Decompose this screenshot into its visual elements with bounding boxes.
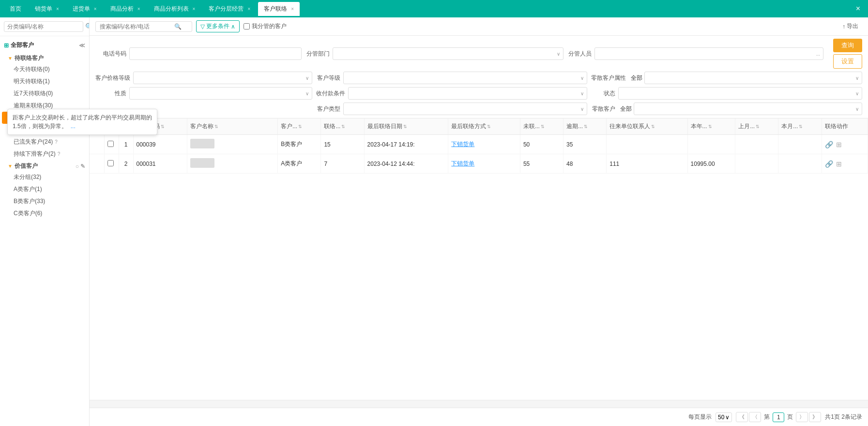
retail-attr-label: 零散客户属性 (591, 74, 629, 82)
sidebar-all-customers[interactable]: ⊞ 全部客户 ≪ (0, 38, 89, 52)
nature-select[interactable]: ∨ (129, 87, 312, 100)
payment-select[interactable]: ∨ (348, 87, 587, 100)
payment-field: 收付款条件 ∨ (316, 87, 587, 100)
table-row: 1 000039 B类客户 15 2023-04-17 14:19: 下销货单 … (90, 135, 868, 154)
help-icon-4[interactable]: ? (58, 151, 61, 157)
arrow-down-icon-2: ▼ (8, 163, 13, 169)
filter-bar: 🔍 ▽ 更多条件 ∧ 我分管的客户 ↑ 导出 (90, 17, 868, 36)
nav-purchase[interactable]: 进货单 × (67, 2, 103, 16)
sidebar-search-icon[interactable]: 🔍 (85, 23, 90, 30)
row2-link-icon[interactable]: 🔗 (825, 160, 833, 168)
nav-customer-contact-close[interactable]: × (291, 6, 294, 12)
nav-sales-close[interactable]: × (56, 6, 59, 12)
window-close-button[interactable]: × (852, 2, 864, 15)
query-button[interactable]: 查询 (833, 39, 862, 52)
row1-link-icon[interactable]: 🔗 (825, 141, 833, 148)
dept-select[interactable]: ∨ (333, 47, 563, 60)
col-last-month[interactable]: 上月...⇅ (735, 118, 778, 135)
sidebar-item-unclassified[interactable]: 未分组(32) (0, 171, 89, 183)
row1-code[interactable]: 000039 (133, 135, 187, 154)
col-last-contact-date[interactable]: 最后联络日期⇅ (364, 118, 448, 135)
sidebar-item-today[interactable]: 今天待联络(0) (0, 63, 89, 75)
per-page-value: 50 (718, 414, 724, 421)
prev-page-btn[interactable]: 〈 (749, 412, 761, 422)
export-icon: ↑ (842, 23, 845, 30)
sidebar-search-bar: 🔍 (0, 17, 89, 36)
nav-goods-list-close[interactable]: × (193, 6, 196, 12)
col-this-month[interactable]: 本月...⇅ (778, 118, 822, 135)
search-icon: 🔍 (174, 23, 182, 30)
nav-goods-analysis[interactable]: 商品分析 × (105, 2, 146, 16)
first-page-btn[interactable]: 《 (736, 412, 748, 422)
sidebar-collapse-btn[interactable]: ≪ (79, 42, 85, 49)
col-category[interactable]: 客户...⇅ (278, 118, 321, 135)
chevron-down-icon-page: ∨ (725, 414, 730, 421)
status-select[interactable]: ∨ (618, 87, 862, 100)
retail-attr-select[interactable]: ∨ (644, 72, 862, 84)
export-button[interactable]: ↑ 导出 (838, 21, 862, 32)
per-page-select[interactable]: 50 ∨ (716, 412, 732, 422)
row2-overdue: 48 (563, 154, 607, 174)
sidebar-item-7days[interactable]: 近7天待联络(0) (0, 88, 89, 100)
customer-table: ⚙ 客户编码⇅ 客户名称⇅ 客户...⇅ 联络...⇅ 最后联络日期⇅ 最后联络… (90, 118, 868, 174)
row2-this-year: 10995.00 (687, 154, 735, 174)
phone-field: 电话号码 (95, 47, 302, 60)
row2-grid-icon[interactable]: ⊞ (836, 160, 842, 168)
col-unread[interactable]: 未联...⇅ (520, 118, 563, 135)
customer-type-select[interactable]: ∨ (343, 103, 587, 115)
sidebar-value-customers-section[interactable]: ▼ 价值客户 ○ ✎ (0, 160, 89, 171)
sidebar-item-tomorrow[interactable]: 明天待联络(1) (0, 75, 89, 88)
row1-grid-icon[interactable]: ⊞ (836, 141, 842, 148)
filter-icon: ▽ (200, 23, 205, 30)
nav-purchase-close[interactable]: × (94, 6, 97, 12)
arrow-down-icon: ▼ (8, 56, 13, 61)
last-page-btn[interactable]: 》 (809, 412, 821, 422)
col-this-year[interactable]: 本年...⇅ (687, 118, 735, 135)
tooltip-more-link[interactable]: ... (71, 123, 76, 130)
action-buttons: 查询 设置 (833, 39, 862, 69)
nav-goods-analysis-close[interactable]: × (137, 6, 140, 12)
price-level-select[interactable]: ∨ (133, 72, 312, 84)
col-contacts[interactable]: 往来单位联系人⇅ (607, 118, 687, 135)
row2-check[interactable] (107, 160, 114, 166)
sidebar-search-input[interactable] (4, 21, 83, 32)
sidebar-item-declining[interactable]: 持续下滑客户(2) ? (0, 148, 89, 160)
row1-this-month (778, 135, 822, 154)
top-navigation: 首页 销货单 × 进货单 × 商品分析 × 商品分析列表 × 客户分层经营 × … (0, 0, 868, 17)
col-last-contact-way[interactable]: 最后联络方式⇅ (448, 118, 520, 135)
retail-customer-select[interactable]: ∨ (634, 103, 862, 115)
table-row: 2 000031 A类客户 7 2023-04-12 14:44: 下销货单 5… (90, 154, 868, 174)
nav-goods-list[interactable]: 商品分析列表 × (148, 2, 201, 16)
nav-customer-segment-close[interactable]: × (247, 6, 250, 12)
nav-customer-contact[interactable]: 客户联络 × (258, 2, 300, 16)
more-conditions-btn[interactable]: ▽ 更多条件 ∧ (196, 20, 240, 32)
nav-home[interactable]: 首页 (4, 2, 27, 16)
sidebar-item-b-class[interactable]: B类客户(33) (0, 195, 89, 207)
person-select[interactable]: ... (594, 47, 823, 60)
col-overdue[interactable]: 逾期...⇅ (563, 118, 607, 135)
nav-customer-segment[interactable]: 客户分层经营 × (203, 2, 256, 16)
settings-button[interactable]: 设置 (833, 54, 862, 69)
customer-level-select[interactable]: ∨ (343, 72, 587, 84)
help-icon-3[interactable]: ? (55, 139, 58, 145)
sidebar-pending-contact-section[interactable]: ▼ 待联络客户 (0, 52, 89, 63)
edit-icon[interactable]: ✎ (80, 163, 85, 170)
sidebar-item-churned[interactable]: 已流失客户(24) ? (0, 136, 89, 148)
col-contact[interactable]: 联络...⇅ (321, 118, 364, 135)
row1-check[interactable] (107, 141, 114, 147)
my-customer-checkbox[interactable] (244, 23, 250, 29)
next-page-btn[interactable]: 〉 (796, 412, 808, 422)
current-page[interactable]: 1 (773, 412, 784, 422)
more-dots-icon[interactable]: ... (816, 51, 820, 57)
nav-sales[interactable]: 销货单 × (29, 2, 65, 16)
col-actions: 联络动作 (822, 118, 868, 135)
row2-code[interactable]: 000031 (133, 154, 187, 174)
sidebar-item-a-class[interactable]: A类客户(1) (0, 183, 89, 195)
search-input[interactable] (100, 23, 172, 30)
phone-input[interactable] (129, 47, 302, 60)
chevron-down-icon: ∨ (557, 51, 560, 57)
sidebar-item-c-class[interactable]: C类客户(6) (0, 207, 89, 220)
circle-icon[interactable]: ○ (76, 163, 79, 170)
horizontal-scrollbar[interactable] (90, 400, 868, 408)
col-name[interactable]: 客户名称⇅ (187, 118, 278, 135)
